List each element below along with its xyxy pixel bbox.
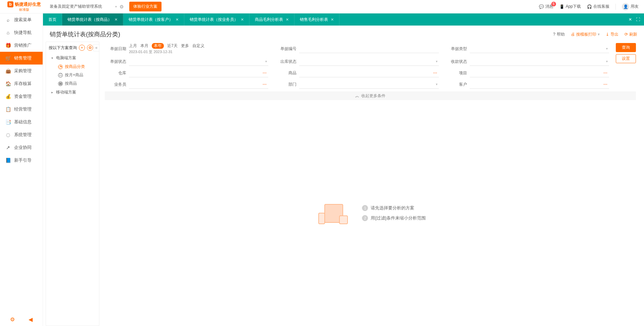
sidebar-icon: 📋	[5, 107, 11, 112]
sidebar-footer: ⚙ ◀	[0, 313, 43, 326]
tab-5[interactable]: 销售毛利分析表✕	[294, 13, 339, 26]
salesperson-picker[interactable]: ⋯	[129, 80, 268, 89]
sidebar-item-10[interactable]: ↗企业协同	[0, 141, 43, 154]
print-button[interactable]: 🖨 按模板打印 ▾	[571, 32, 600, 37]
project-picker[interactable]: ⋯	[470, 69, 609, 77]
sidebar-item-4[interactable]: 👜采购管理	[0, 65, 43, 77]
user-menu[interactable]: 👤 用友	[622, 3, 639, 10]
close-all-tabs-icon[interactable]: ✕	[629, 17, 632, 22]
sidebar-item-11[interactable]: 📘新手引导	[0, 154, 43, 167]
date-option[interactable]: 本月	[140, 43, 148, 49]
help-link[interactable]: ? 帮助	[553, 32, 565, 37]
messages-button[interactable]: 💬 消息 6	[539, 4, 553, 9]
date-option[interactable]: 自定义	[192, 43, 204, 49]
filter-warehouse: 仓库 ⋯	[105, 69, 268, 77]
caret-icon: ▾	[51, 56, 54, 60]
tab-4[interactable]: 商品毛利分析表✕	[249, 13, 294, 26]
sidebar-icon: 📑	[5, 119, 11, 125]
tree-group-0[interactable]: ▾电脑端方案	[49, 53, 96, 63]
tree-item-0-1[interactable]: ☷按月+商品	[49, 71, 96, 79]
collapse-panel-button[interactable]: «	[93, 44, 99, 51]
sidebar-item-2[interactable]: 🎁营销推广	[0, 39, 43, 52]
close-tab-icon[interactable]: ✕	[241, 17, 244, 22]
app-download-button[interactable]: 📱 App下载	[559, 4, 581, 9]
sidebar-label: 营销推广	[14, 42, 32, 48]
scheme-icon: ☷	[58, 73, 63, 78]
collapse-filters-label: 收起更多条件	[361, 93, 385, 99]
export-icon: ⤓	[606, 32, 609, 37]
more-icon: ⋯	[603, 71, 608, 75]
out-state-select[interactable]: ▾	[299, 57, 439, 66]
tab-0[interactable]: 首页	[43, 13, 62, 26]
sidebar-icon: ◌	[5, 132, 11, 137]
print-label: 按模板打印	[576, 32, 596, 37]
tab-2[interactable]: 销货单统计表（按客户）✕	[123, 13, 184, 26]
main: 首页销货单统计表（按商品）✕销货单统计表（按客户）✕销货单统计表（按业务员）✕商…	[43, 13, 644, 326]
date-option[interactable]: 上月	[129, 43, 137, 49]
customer-service-button[interactable]: 🎧 在线客服	[587, 4, 609, 9]
customer-picker[interactable]: ⋯	[470, 80, 609, 89]
sidebar-label: 系统管理	[14, 132, 32, 138]
sidebar-item-8[interactable]: 📑基础信息	[0, 116, 43, 128]
chevron-down-icon: ▾	[436, 59, 438, 63]
system-select[interactable]: 装备及固定资产辅助管理系统 ▾	[50, 4, 117, 9]
logo-brand: 畅捷通好生意	[15, 1, 41, 7]
settings-icon[interactable]: ⚙	[10, 316, 15, 323]
product-picker[interactable]: ⋯	[299, 69, 439, 77]
close-tab-icon[interactable]: ✕	[114, 17, 118, 22]
filter-project: 项目 ⋯	[446, 69, 609, 77]
result-placeholder: 1请先选择要分析的方案 2用[过滤]条件来缩小分析范围	[102, 100, 639, 326]
close-tab-icon[interactable]: ✕	[286, 17, 289, 22]
system-name: 装备及固定资产辅助管理系统	[50, 4, 102, 9]
sidebar-item-7[interactable]: 📋经营管理	[0, 103, 43, 116]
close-tab-icon[interactable]: ✕	[176, 17, 179, 22]
code-input[interactable]	[299, 44, 439, 53]
scheme-icon: ▦	[58, 81, 63, 86]
message-icon: 💬	[539, 4, 544, 9]
tree-item-0-2[interactable]: ▦按商品	[49, 79, 96, 88]
sidebar-item-0[interactable]: ⌕搜索菜单	[0, 13, 43, 26]
export-button[interactable]: ⤓ 导出	[606, 32, 618, 37]
tab-3[interactable]: 销货单统计表（按业务员）✕	[184, 13, 249, 26]
try-industry-button[interactable]: 体验行业方案	[129, 2, 162, 11]
date-option[interactable]: 本年	[152, 43, 164, 49]
tree-group-1[interactable]: ▸移动端方案	[49, 88, 96, 97]
sidebar: ⌕搜索菜单⌂快捷导航🎁营销推广🛒销售管理👜采购管理🏠库存核算💰资金管理📋经营管理…	[0, 13, 43, 326]
department-select[interactable]: ▾	[299, 80, 439, 89]
app-header: b 畅捷通好生意 标准版 装备及固定资产辅助管理系统 ▾ ⚙ 体验行业方案 💬 …	[0, 0, 644, 13]
fullscreen-icon[interactable]: ⛶	[636, 17, 640, 22]
tab-bar: 首页销货单统计表（按商品）✕销货单统计表（按客户）✕销货单统计表（按业务员）✕商…	[43, 13, 644, 26]
date-option[interactable]: 更多	[181, 43, 189, 49]
close-tab-icon[interactable]: ✕	[331, 17, 334, 22]
sidebar-item-5[interactable]: 🏠库存核算	[0, 77, 43, 90]
refresh-button[interactable]: ⟳ 刷新	[625, 32, 637, 37]
customer-service-label: 在线客服	[593, 4, 609, 9]
chevron-down-icon: ▾	[265, 59, 267, 63]
query-button[interactable]: 查询	[616, 43, 636, 52]
filter-code-label: 单据编号	[275, 46, 296, 52]
sidebar-item-6[interactable]: 💰资金管理	[0, 90, 43, 103]
scheme-settings-button[interactable]: ⚙	[87, 45, 93, 51]
collapse-filters-button[interactable]: ︽ 收起更多条件	[105, 91, 636, 100]
doc-state-select[interactable]: ▾	[129, 57, 268, 66]
warehouse-picker[interactable]: ⋯	[129, 69, 268, 77]
sidebar-item-9[interactable]: ◌系统管理	[0, 128, 43, 141]
gear-icon[interactable]: ⚙	[120, 4, 124, 9]
collapse-sidebar-icon[interactable]: ◀	[29, 316, 33, 323]
phone-icon: 📱	[559, 4, 564, 9]
date-option[interactable]: 近7天	[167, 43, 178, 49]
tree-item-0-0[interactable]: ◔按商品分类	[49, 63, 96, 71]
tree-item-label: 按月+商品	[65, 72, 83, 78]
add-scheme-button[interactable]: +	[79, 45, 85, 51]
filter-type: 单据类型 ▾	[446, 43, 609, 54]
filter-prod-label: 商品	[275, 70, 296, 76]
settings-button[interactable]: 设置	[616, 54, 636, 63]
type-select[interactable]: ▾	[470, 44, 609, 53]
logo-edition: 标准版	[19, 7, 29, 12]
tab-1[interactable]: 销货单统计表（按商品）✕	[62, 13, 123, 26]
sidebar-item-3[interactable]: 🛒销售管理	[0, 52, 43, 65]
tree-item-label: 按商品分类	[65, 64, 85, 70]
pay-state-select[interactable]: ▾	[470, 57, 609, 66]
filter-department: 部门 ▾	[275, 80, 439, 89]
sidebar-item-1[interactable]: ⌂快捷导航	[0, 26, 43, 39]
